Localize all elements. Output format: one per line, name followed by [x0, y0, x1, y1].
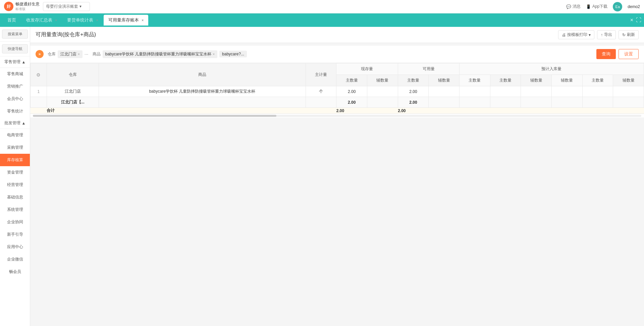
sidebar-item-ecommerce[interactable]: 电商管理 [0, 129, 30, 141]
logo-area: 好 畅捷通好生意 标准版 [4, 2, 40, 11]
th-inbound-pending: 辅数量 [551, 75, 582, 86]
app-icon: 📱 [586, 4, 591, 9]
sidebar-item-retail-management[interactable]: 零售管理 ▲ [0, 56, 30, 68]
sidebar-item-enterprise[interactable]: 企业协同 [0, 216, 30, 228]
table-container: ⚙ 仓库 商品 主计量 现存量 可用量 预计入库量 主数量 辅数量 主数量 辅数… [30, 63, 644, 118]
store-select[interactable]: 母婴行业演示账套 ▾ [43, 2, 90, 11]
subtotal-label: 江北门店【... [47, 97, 99, 108]
expand-window-icon[interactable]: ⛶ [636, 17, 641, 23]
sidebar-item-business[interactable]: 经营管理 [0, 179, 30, 191]
sidebar-item-vip[interactable]: 畅会员 [0, 266, 30, 278]
warehouse-filter-more[interactable]: ··· [85, 51, 89, 57]
warehouse-filter-label: 仓库 [48, 51, 56, 57]
settings-icon[interactable]: ⚙ [36, 72, 41, 78]
sidebar-item-wholesale[interactable]: 批发管理 ▲ [0, 118, 30, 129]
warehouse-tag-close[interactable]: × [78, 52, 80, 56]
print-button[interactable]: 🖨 按模板打印 ▾ [558, 30, 594, 39]
tab-home[interactable]: 首页 [3, 15, 21, 26]
enterprise-label: 企业协同 [7, 219, 23, 225]
subtotal-unit [306, 97, 336, 108]
total-p5 [582, 108, 613, 114]
subtotal-product [99, 97, 306, 108]
receipts-tab-close[interactable]: × [55, 18, 57, 22]
subtotal-empty [31, 97, 47, 108]
th-products-pending: 主数量 [582, 75, 613, 86]
product-filter-tag2[interactable]: babycare?... [219, 51, 247, 57]
print-chevron-icon: ▾ [589, 33, 591, 37]
app-download-button[interactable]: 📱 App下载 [586, 4, 607, 9]
product-filter-value2: babycare?... [222, 52, 244, 56]
export-button[interactable]: ↑ 导出 [597, 30, 616, 39]
product-tag1-close[interactable]: × [213, 52, 215, 56]
warehouse-filter-group: 仓库 江北门店 × ··· [48, 50, 89, 58]
chevron-down-icon: ▾ [79, 4, 82, 9]
sidebar-item-marketing[interactable]: 营销推广 [0, 80, 30, 93]
user-name[interactable]: demo2 [628, 4, 640, 9]
message-button[interactable]: 💬 消息 [566, 4, 581, 9]
sidebar-item-retail-stats[interactable]: 零售统计 [0, 105, 30, 118]
tab-orders[interactable]: 要货单统计表 × [62, 15, 103, 26]
search-menu-button[interactable]: 搜索菜单 [2, 30, 28, 39]
setting-button[interactable]: 设置 [619, 49, 639, 59]
wholesale-label: 批发管理 [4, 120, 20, 126]
sidebar-item-enterprise-wx[interactable]: 企业微信 [0, 253, 30, 266]
total-avail-main: 2.00 [398, 108, 429, 114]
top-bar-left: 好 畅捷通好生意 标准版 母婴行业演示账套 ▾ [4, 2, 90, 11]
row-inbound-main [521, 86, 552, 97]
sidebar-item-system[interactable]: 系统管理 [0, 203, 30, 216]
avatar-initials: Ea [615, 5, 620, 9]
quick-nav-button[interactable]: 快捷导航 [2, 44, 28, 53]
horizontal-scrollbar[interactable] [30, 113, 644, 118]
total-p4 [551, 108, 582, 114]
logo-sub: 标准版 [15, 7, 40, 11]
sidebar-item-basic[interactable]: 基础信息 [0, 191, 30, 203]
tab-inventory[interactable]: 可用量库存账本 × [104, 15, 148, 26]
row-no: 1 [31, 86, 47, 97]
sidebar-item-member[interactable]: 会员中心 [0, 93, 30, 105]
warehouse-filter-tag[interactable]: 江北门店 × [58, 50, 83, 58]
nav-tabs: 首页 收发存汇总表 × 要货单统计表 × 可用量库存账本 × × ⛶ [0, 13, 644, 27]
subtotal-p2 [490, 97, 521, 108]
message-label: 消息 [573, 4, 581, 9]
product-filter-tag1[interactable]: babycare学饮杯 儿童防摔防撞吸管杯重力球吸嘴杯宝宝水杯 × [103, 50, 218, 58]
inventory-tab-close[interactable]: × [142, 18, 144, 22]
orders-tab-close[interactable]: × [96, 18, 98, 22]
sidebar-item-inventory-check[interactable]: 库存核算 [0, 154, 30, 166]
export-icon: ↑ [601, 33, 603, 37]
total-product [99, 108, 306, 114]
subtotal-p6 [613, 97, 644, 108]
sidebar-item-app-center[interactable]: 应用中心 [0, 241, 30, 253]
sidebar-item-newbie[interactable]: 新手引导 [0, 228, 30, 241]
th-available: 可用量 [398, 63, 459, 75]
inventory-tab-label: 可用量库存账本 [108, 17, 139, 23]
row-avail-aux [429, 86, 460, 97]
total-current-main: 2.00 [336, 108, 367, 114]
layout: 搜索菜单 快捷导航 零售管理 ▲ 零售商城 营销推广 会员中心 零售统计 批发管… [0, 27, 644, 326]
close-window-icon[interactable]: × [630, 17, 633, 23]
filter-area: » 仓库 江北门店 × ··· 商品 babycare学饮杯 儿童防摔防撞吸管杯… [30, 46, 644, 62]
subtotal-p1 [459, 97, 490, 108]
th-settings[interactable]: ⚙ [31, 63, 47, 86]
filter-action-buttons: 查询 设置 [596, 49, 639, 59]
sidebar-item-retail-mall[interactable]: 零售商城 [0, 68, 30, 80]
total-unit [306, 108, 336, 114]
sidebar-item-purchase[interactable]: 采购管理 [0, 141, 30, 154]
total-avail-aux [429, 108, 460, 114]
row-avail-main: 2.00 [398, 86, 429, 97]
subtotal-avail-aux [429, 97, 460, 108]
th-avail-main: 主数量 [398, 75, 429, 86]
retail-stats-label: 零售统计 [7, 108, 23, 114]
print-icon: 🖨 [562, 33, 566, 37]
logo-icon: 好 [4, 2, 13, 11]
sidebar-item-finance[interactable]: 资金管理 [0, 166, 30, 179]
total-p2 [490, 108, 521, 114]
page-actions: 🖨 按模板打印 ▾ ↑ 导出 ↻ 刷新 [558, 30, 639, 39]
row-current-aux [367, 86, 398, 97]
filter-expand-button[interactable]: » [36, 50, 44, 58]
top-bar-right: 💬 消息 📱 App下载 Ea demo2 [566, 2, 640, 11]
total-empty [31, 108, 47, 114]
refresh-button[interactable]: ↻ 刷新 [619, 30, 639, 39]
subtotal-current-aux [367, 97, 398, 108]
tab-receipts[interactable]: 收发存汇总表 × [21, 15, 62, 26]
query-button[interactable]: 查询 [596, 49, 616, 59]
